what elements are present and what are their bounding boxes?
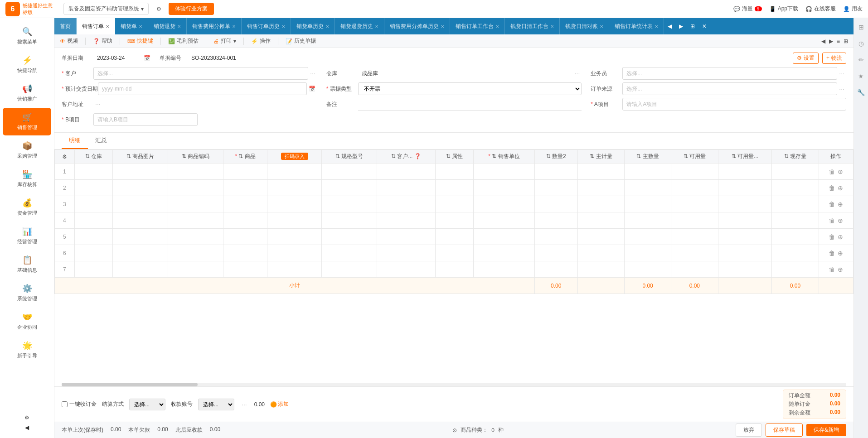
tab-home[interactable]: 首页 [54,18,77,34]
add-product-button[interactable]: + 物流 [822,53,846,64]
sidebar-item-guide[interactable]: 🌟 新手引导 [3,336,51,364]
invoice-type-select[interactable]: 不开票 [358,82,582,95]
toolbar-shortcuts[interactable]: ⌨ 快捷键 [127,37,153,45]
tab-sales-退货-history[interactable]: 销货退货历史 ✕ [335,18,384,34]
th-sales-unit[interactable]: ⇅ 销售单位 [474,150,534,164]
user-item[interactable]: 👤 用友 [843,5,863,13]
save-draft-button[interactable]: 保存草稿 [766,424,803,437]
th-available-qty[interactable]: ⇅ 可用量 [671,150,718,164]
th-customer-code[interactable]: ⇅ 客户... ❓ [377,150,435,164]
auto-checkout-checkbox[interactable]: 一键收订金 [62,400,97,408]
right-panel-icon-5[interactable]: 🔧 [856,87,867,98]
tab-close-icon[interactable]: ✕ [232,24,236,29]
order-source-input[interactable] [622,82,837,95]
tab-cash-daily-reconcile[interactable]: 钱货日清对账 ✕ [560,18,609,34]
remark-input[interactable] [358,98,582,111]
copy-row-icon[interactable]: ⊕ [838,217,843,224]
tab-close-icon[interactable]: ✕ [139,24,142,29]
address-more-icon[interactable]: ··· [93,101,102,108]
tab-prev-icon[interactable]: ◀ [664,23,675,29]
copy-row-icon[interactable]: ⊕ [838,233,843,241]
right-panel-icon-4[interactable]: ★ [856,71,867,82]
sidebar-item-finance[interactable]: 💰 资金管理 [3,193,51,221]
customer-more-icon[interactable]: ··· [308,70,317,77]
solution-button[interactable]: 体验行业方案 [169,3,214,15]
toolbar-fullscreen[interactable]: ⊞ [844,38,848,44]
tab-sales-fee-history[interactable]: 销售费用分摊单历史 ✕ [384,18,450,34]
delete-row-icon[interactable]: 🗑 [829,201,835,208]
cell-spec[interactable] [322,164,377,180]
save-new-button[interactable]: 保存&新增 [806,424,846,436]
cell-available-qty[interactable] [671,164,718,180]
delete-row-icon[interactable]: 🗑 [829,233,835,241]
th-product-code[interactable]: ⇅ 商品编码 [168,150,223,164]
sidebar-item-marketing[interactable]: 📢 营销推广 [3,79,51,107]
cell-customer-code[interactable] [377,164,435,180]
sidebar-item-inventory[interactable]: 🏪 库存核算 [3,165,51,193]
scroll-thumb[interactable] [62,383,198,386]
system-selector[interactable]: 装备及固定资产辅助管理系统 ▾ [63,3,149,15]
th-stock-qty[interactable]: ⇅ 现存量 [772,150,819,164]
delete-row-icon[interactable]: 🗑 [829,266,835,273]
tab-close-icon[interactable]: ✕ [106,24,109,29]
calendar-icon[interactable]: 📅 [307,86,317,92]
toolbar-view[interactable]: 👁 视频 [60,37,78,45]
cell-product-img[interactable] [113,164,168,180]
tab-close-icon[interactable]: ✕ [495,24,499,29]
tab-expand-icon[interactable]: ⊞ [687,23,698,29]
th-settings[interactable]: ⚙ [55,150,75,164]
copy-row-icon[interactable]: ⊕ [838,184,843,192]
toolbar-profit[interactable]: 💹 毛利预估 [168,37,199,45]
tab-cash-daily-workbench[interactable]: 钱货日清工作台 ✕ [505,18,560,34]
receipt-account-select[interactable]: 选择... [198,399,234,410]
tab-close-icon[interactable]: ✕ [281,24,285,29]
tab-next-icon[interactable]: ▶ [675,23,687,29]
payment-method-select[interactable]: 选择... [129,399,165,410]
salesperson-more-icon[interactable]: ··· [837,70,846,77]
cell-product-name[interactable] [223,164,267,180]
tab-sales-order[interactable]: 销售订单 ✕ [77,18,115,34]
toolbar-layout-list[interactable]: ◀ [821,38,825,44]
toolbar-print[interactable]: 🖨 打印 ▾ [213,37,236,45]
cell-attr[interactable] [435,164,474,180]
sidebar-collapse-icon[interactable]: ◀ [25,424,29,431]
cell-warehouse[interactable] [74,164,113,180]
sidebar-settings-icon[interactable]: ⚙ [24,414,29,421]
settings-button[interactable]: ⚙ 视频 设置 [793,53,819,64]
tab-detail[interactable]: 明细 [62,133,88,149]
sidebar-item-system[interactable]: ⚙️ 系统管理 [3,279,51,307]
app-download-item[interactable]: 📱 App下载 [769,5,798,13]
scroll-indicator[interactable] [62,383,846,386]
th-product-img[interactable]: ⇅ 商品图片 [113,150,168,164]
th-main-qty[interactable]: ⇅ 主数量 [624,150,671,164]
sidebar-item-enterprise[interactable]: 🤝 企业协同 [3,308,51,335]
sidebar-item-operations[interactable]: 📊 经营管理 [3,222,51,250]
salesperson-input[interactable] [622,67,837,80]
add-button[interactable]: 🟠 添加 [270,400,289,408]
copy-row-icon[interactable]: ⊕ [838,266,843,273]
tab-sales-return[interactable]: 销货单 ✕ [115,18,148,34]
copy-row-icon[interactable]: ⊕ [838,250,843,257]
tab-summary[interactable]: 汇总 [88,133,114,149]
cell-stock-qty[interactable] [772,164,819,180]
right-panel-icon-3[interactable]: ✏ [856,54,867,65]
sidebar-item-search[interactable]: 🔍 搜索菜单 [3,22,51,50]
copy-row-icon[interactable]: ⊕ [838,168,843,175]
delivery-date-input[interactable] [98,82,307,95]
right-panel-icon-1[interactable]: ⊞ [856,22,867,33]
tab-sales-退货[interactable]: 销货退货 ✕ [148,18,187,34]
th-spec[interactable]: ⇅ 规格型号 [322,150,377,164]
sidebar-item-sales[interactable]: 🛒 销售管理 [3,108,51,135]
tab-close-all-icon[interactable]: ✕ [698,23,710,29]
cell-scan[interactable] [267,164,322,180]
toolbar-actions[interactable]: ⚡ 操作 [251,37,271,45]
order-source-more-icon[interactable]: ··· [837,85,846,92]
tab-close-icon[interactable]: ✕ [375,24,378,29]
tab-close-icon[interactable]: ✕ [550,24,554,29]
discard-button[interactable]: 放弃 [736,424,762,437]
cell-available-qty2[interactable] [718,164,772,180]
warehouse-more-icon[interactable]: ··· [573,70,582,77]
th-available-qty2[interactable]: ⇅ 可用量... [718,150,772,164]
toolbar-history[interactable]: 📝 历史单据 [286,37,316,45]
customer-input[interactable] [93,67,308,80]
